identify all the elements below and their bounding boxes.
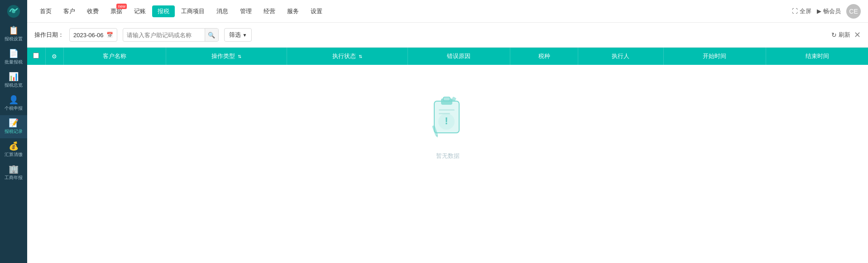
sidebar-logo [0,0,27,23]
sidebar-label-piliang-baoshui: 批量报税 [5,59,23,65]
topnav-label-home: 首页 [40,8,52,15]
member-label: 畅会员 [823,7,841,15]
sidebar-item-geshuishenbao[interactable]: 👤个税申报 [0,92,27,115]
toolbar: 操作日期： 2023-06-06 📅 🔍 筛选 ▼ ↻ 刷新 ✕ [27,23,868,48]
svg-text:!: ! [445,115,448,127]
sort-icon-operation_type: ⇅ [238,54,241,59]
sidebar-icon-baoshui-jilu: 📝 [9,119,19,127]
table-container: ⚙客户名称操作类型 ⇅执行状态 ⇅错误原因税种执行人开始时间结束时间 [27,48,868,263]
filter-label: 筛选 [229,31,241,39]
date-value: 2023-06-06 [73,32,104,39]
sidebar-label-gongshang-nianbao: 工商年报 [5,175,23,181]
date-label: 操作日期： [34,31,64,39]
sidebar-item-gongshang-nianbao[interactable]: 🏢工商年报 [0,161,27,185]
topnav-item-home[interactable]: 首页 [34,5,57,17]
topnav-label-jingying: 经营 [264,8,275,15]
topnav-badge-piaoju: new [116,4,127,10]
fullscreen-icon: ⛶ [792,8,798,15]
refresh-button[interactable]: ↻ 刷新 [831,31,850,39]
col-header-end_time: 结束时间 [766,48,868,65]
empty-text: 暂无数据 [436,152,460,160]
sidebar-icon-geshuishenbao: 👤 [9,96,19,104]
sidebar-label-huisuan-jiaona: 汇算清缴 [5,151,23,158]
topnav-item-xiaoxi[interactable]: 消息 [211,5,234,17]
topnav-right: ⛶ 全屏 ▶ 畅会员 CE [792,4,861,19]
topnav-item-shezhi[interactable]: 设置 [305,5,328,17]
sidebar-item-baoshui-jilu[interactable]: 📝报税记录 [0,115,27,138]
sidebar-item-baoshui-shezhi[interactable]: 📋报税设置 [0,23,27,46]
topnav-label-jizhang: 记账 [134,8,146,15]
main-area: 首页客户收费票据new记账报税工商项目消息管理经营服务设置 ⛶ 全屏 ▶ 畅会员… [27,0,868,263]
refresh-label: 刷新 [839,31,850,39]
svg-rect-11 [439,113,450,114]
col-header-operation_type[interactable]: 操作类型 ⇅ [166,48,287,65]
topnav-label-xiaoxi: 消息 [216,8,228,15]
sidebar-item-baoshui-zonlan[interactable]: 📊报税总览 [0,69,27,92]
close-button[interactable]: ✕ [854,31,861,39]
search-icon: 🔍 [208,32,215,39]
sidebar-label-baoshui-jilu: 报税记录 [5,128,23,135]
sidebar-item-huisuan-jiaona[interactable]: 💰汇算清缴 [0,138,27,161]
col-header-checkbox [27,48,45,65]
sidebar-label-baoshui-shezhi: 报税设置 [5,36,23,42]
topnav-label-baoshui: 报税 [158,8,169,15]
svg-rect-10 [439,109,455,111]
play-icon: ▶ [817,8,821,15]
col-header-start_time: 开始时间 [663,48,766,65]
select-all-checkbox[interactable] [33,53,39,58]
topnav-label-gongshang-xiangmu: 工商项目 [181,8,205,15]
gear-icon[interactable]: ⚙ [52,53,57,60]
calendar-icon: 📅 [106,32,113,38]
search-button[interactable]: 🔍 [205,28,218,42]
svg-point-1 [12,10,15,13]
col-header-customer_name: 客户名称 [63,48,166,65]
col-header-error_reason: 错误原因 [408,48,510,65]
empty-state: ! [27,65,868,187]
col-header-gear: ⚙ [45,48,63,65]
topnav-item-baoshui[interactable]: 报税 [152,5,175,17]
topnav-label-guanli: 管理 [240,8,252,15]
topnav-item-fuwu[interactable]: 服务 [282,5,304,17]
search-input[interactable] [123,30,205,40]
topnav-item-jingying[interactable]: 经营 [258,5,281,17]
top-navigation: 首页客户收费票据new记账报税工商项目消息管理经营服务设置 ⛶ 全屏 ▶ 畅会员… [27,0,868,23]
refresh-icon: ↻ [831,31,837,39]
topnav-item-gongshang-xiangmu[interactable]: 工商项目 [176,5,210,17]
filter-button[interactable]: 筛选 ▼ [224,28,252,42]
topnav-item-jizhang[interactable]: 记账 [129,5,151,17]
sort-icon-exec_status: ⇅ [359,54,362,59]
content-area: 操作日期： 2023-06-06 📅 🔍 筛选 ▼ ↻ 刷新 ✕ [27,23,868,263]
avatar[interactable]: CE [846,4,861,19]
search-box: 🔍 [123,28,219,42]
fullscreen-label: 全屏 [800,7,811,15]
sidebar-icon-baoshui-zonlan: 📊 [9,73,19,81]
sidebar-icon-piliang-baoshui: 📄 [9,49,19,58]
member-button[interactable]: ▶ 畅会员 [817,7,841,15]
topnav-label-shezhi: 设置 [311,8,322,15]
topnav-item-piaoju[interactable]: 票据new [105,5,128,17]
toolbar-right: ↻ 刷新 ✕ [831,31,861,39]
topnav-label-fuwu: 服务 [287,8,299,15]
topnav-item-shoufei[interactable]: 收费 [82,5,104,17]
col-header-executor: 执行人 [578,48,663,65]
records-table: ⚙客户名称操作类型 ⇅执行状态 ⇅错误原因税种执行人开始时间结束时间 [27,48,868,187]
sidebar-icon-gongshang-nianbao: 🏢 [9,165,19,173]
empty-illustration: ! [425,92,470,146]
topnav-item-guanli[interactable]: 管理 [235,5,257,17]
topnav-label-customer: 客户 [63,8,75,15]
col-header-tax_type: 税种 [510,48,578,65]
date-picker[interactable]: 2023-06-06 📅 [69,28,117,42]
fullscreen-button[interactable]: ⛶ 全屏 [792,7,811,15]
topnav-label-shoufei: 收费 [87,8,99,15]
sidebar-icon-baoshui-shezhi: 📋 [9,26,19,34]
topnav-item-customer[interactable]: 客户 [58,5,81,17]
sidebar-item-piliang-baoshui[interactable]: 📄批量报税 [0,46,27,69]
chevron-down-icon: ▼ [243,33,247,38]
svg-rect-7 [443,97,450,101]
sidebar-label-geshuishenbao: 个税申报 [5,105,23,112]
col-header-exec_status[interactable]: 执行状态 ⇅ [287,48,408,65]
sidebar: 📋报税设置📄批量报税📊报税总览👤个税申报📝报税记录💰汇算清缴🏢工商年报 [0,0,27,263]
sidebar-label-baoshui-zonlan: 报税总览 [5,82,23,88]
sidebar-icon-huisuan-jiaona: 💰 [9,142,19,150]
